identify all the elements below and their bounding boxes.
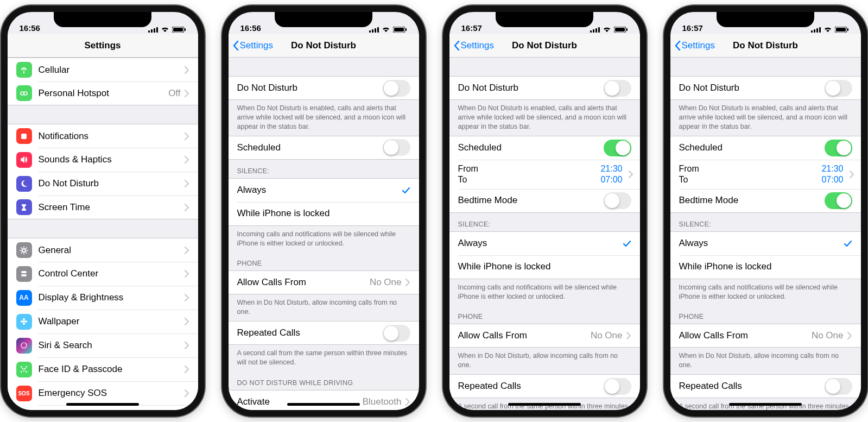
speaker-icon [16, 152, 32, 168]
phone-settings: 16:56 Settings Cellular Personal Hotspot… [1, 5, 205, 417]
dnd-toggle[interactable] [825, 80, 852, 97]
chevron-icon [184, 156, 189, 163]
home-indicator[interactable] [508, 403, 581, 406]
home-indicator[interactable] [287, 403, 360, 406]
svg-rect-11 [21, 271, 27, 273]
repeated-toggle[interactable] [604, 378, 631, 395]
row-control-center[interactable]: Control Center [8, 262, 198, 286]
row-siri[interactable]: Siri & Search [8, 333, 198, 357]
row-always[interactable]: Always [449, 231, 640, 255]
row-while-locked[interactable]: While iPhone is locked [449, 255, 640, 279]
dnd-scroll[interactable]: Do Not Disturb When Do Not Disturb is en… [670, 58, 861, 410]
row-cellular[interactable]: Cellular [8, 58, 198, 81]
phone-header: Phone [229, 252, 419, 270]
scheduled-toggle[interactable] [604, 140, 631, 156]
row-dnd-toggle[interactable]: Do Not Disturb [229, 76, 419, 100]
status-time: 16:56 [20, 23, 40, 33]
svg-point-17 [25, 320, 27, 323]
row-hotspot[interactable]: Personal Hotspot Off [8, 81, 198, 105]
svg-rect-9 [21, 134, 27, 139]
chevron-icon [184, 366, 189, 373]
moon-icon [16, 176, 32, 192]
phone-header: Phone [449, 305, 640, 324]
home-indicator[interactable] [729, 403, 802, 406]
page-title: Do Not Disturb [733, 40, 798, 51]
repeated-toggle[interactable] [825, 378, 852, 395]
bedtime-toggle[interactable] [604, 192, 631, 209]
row-value: No One [591, 330, 623, 341]
home-indicator[interactable] [66, 403, 139, 406]
row-screentime[interactable]: Screen Time [8, 196, 198, 219]
row-label: Control Center [39, 268, 184, 279]
chevron-icon [405, 398, 410, 406]
row-general[interactable]: General [8, 238, 198, 262]
row-label: Notifications [39, 131, 184, 142]
row-repeated[interactable]: Repeated Calls [229, 321, 419, 345]
row-value: Off [168, 88, 180, 99]
scheduled-toggle[interactable] [825, 140, 852, 156]
dnd-scroll[interactable]: Do Not Disturb When Do Not Disturb is en… [449, 58, 640, 410]
flower-icon [16, 314, 32, 330]
row-always[interactable]: Always [670, 231, 861, 255]
row-dnd[interactable]: Do Not Disturb [8, 172, 198, 196]
row-dnd-toggle[interactable]: Do Not Disturb [670, 76, 861, 100]
row-sos[interactable]: SOS Emergency SOS [8, 381, 198, 405]
row-allow-calls[interactable]: Allow Calls From No One [449, 324, 640, 348]
row-notifications[interactable]: Notifications [8, 124, 198, 148]
row-battery[interactable]: Battery [8, 405, 198, 410]
row-sounds[interactable]: Sounds & Haptics [8, 148, 198, 172]
row-always[interactable]: Always [229, 178, 419, 202]
row-label: Always [458, 238, 623, 249]
repeated-toggle[interactable] [383, 325, 410, 342]
row-repeated[interactable]: Repeated Calls [670, 374, 861, 398]
row-label: Allow Calls From [458, 330, 591, 341]
row-wallpaper[interactable]: Wallpaper [8, 310, 198, 333]
toggles-icon [16, 266, 32, 282]
sos-icon: SOS [16, 386, 32, 401]
row-faceid[interactable]: Face ID & Passcode [8, 357, 198, 381]
notifications-icon [16, 128, 32, 144]
driving-header: Do Not Disturb While Driving [229, 371, 419, 390]
phone-header: Phone [670, 305, 861, 324]
row-scheduled[interactable]: Scheduled [670, 136, 861, 160]
row-bedtime[interactable]: Bedtime Mode [670, 189, 861, 213]
silence-footer: Incoming calls and notifications will be… [229, 226, 419, 253]
row-bedtime[interactable]: Bedtime Mode [449, 189, 640, 213]
row-label: Siri & Search [39, 340, 184, 351]
row-allow-calls[interactable]: Allow Calls From No One [670, 324, 861, 348]
row-activate[interactable]: Activate Bluetooth [229, 390, 419, 410]
settings-scroll[interactable]: Cellular Personal Hotspot Off Notificati… [8, 58, 198, 410]
back-button[interactable]: Settings [675, 34, 715, 57]
scheduled-toggle[interactable] [383, 139, 410, 156]
battery-icon [835, 27, 849, 33]
row-schedule-times[interactable]: From21:30 To07:00 [449, 160, 640, 189]
row-while-locked[interactable]: While iPhone is locked [229, 202, 419, 226]
svg-point-10 [22, 249, 26, 252]
row-scheduled[interactable]: Scheduled [449, 136, 640, 160]
back-button[interactable]: Settings [454, 34, 494, 57]
dnd-toggle[interactable] [604, 80, 631, 97]
from-label: From [458, 164, 478, 174]
allow-calls-footer: When in Do Not Disturb, allow incoming c… [229, 294, 419, 321]
status-time: 16:57 [682, 23, 703, 33]
back-button[interactable]: Settings [233, 34, 273, 57]
row-repeated[interactable]: Repeated Calls [449, 374, 640, 398]
row-display[interactable]: AA Display & Brightness [8, 286, 198, 310]
siri-icon [16, 338, 32, 354]
row-allow-calls[interactable]: Allow Calls From No One [229, 270, 419, 294]
row-label: Allow Calls From [679, 330, 812, 341]
phone-dnd-scheduled: 16:57 Settings Do Not Disturb Do Not Dis… [443, 5, 647, 417]
allow-calls-footer: When in Do Not Disturb, allow incoming c… [449, 348, 640, 374]
row-label: Allow Calls From [237, 277, 370, 288]
row-while-locked[interactable]: While iPhone is locked [670, 255, 861, 279]
status-bar: 16:57 [449, 12, 640, 34]
row-schedule-times[interactable]: From21:30 To07:00 [670, 160, 861, 189]
svg-rect-12 [21, 274, 27, 276]
dnd-scroll[interactable]: Do Not Disturb When Do Not Disturb is en… [229, 58, 419, 410]
row-scheduled[interactable]: Scheduled [229, 136, 419, 160]
row-dnd-toggle[interactable]: Do Not Disturb [449, 76, 640, 100]
bedtime-toggle[interactable] [825, 192, 852, 209]
svg-point-14 [23, 318, 25, 320]
dnd-toggle[interactable] [383, 80, 410, 97]
row-value: No One [812, 330, 844, 341]
